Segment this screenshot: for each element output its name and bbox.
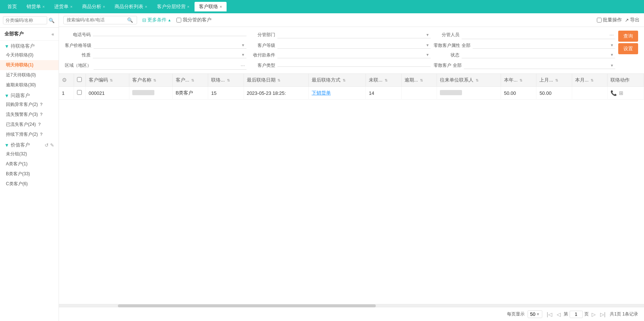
search-icon[interactable]: 🔍 bbox=[127, 17, 133, 23]
my-customers-checkbox[interactable]: 我分管的客户 bbox=[176, 17, 211, 23]
export-btn[interactable]: ↗ 导出 bbox=[625, 17, 640, 23]
sort-icon: ⇅ bbox=[519, 78, 522, 82]
sidebar-item-churn-warning[interactable]: 流失预警客户(3) ？ bbox=[0, 110, 59, 120]
col-unit-contact: 往来单位联系人 ⇅ bbox=[437, 74, 501, 87]
last-page-btn[interactable]: ▷| bbox=[599, 311, 607, 318]
sidebar-item-declining[interactable]: 持续下滑客户(2) ？ bbox=[0, 130, 59, 139]
price-level-select[interactable]: ▼ bbox=[94, 42, 246, 49]
prev-page-btn[interactable]: ◁ bbox=[555, 311, 562, 318]
refresh-icon[interactable]: ↺ bbox=[45, 142, 49, 148]
sidebar-item-class-a[interactable]: A类客户(1) bbox=[0, 159, 59, 169]
top-navigation: 首页 销货单 × 进货单 × 商品分析 × 商品分析列表 × 客户分层经营 × … bbox=[0, 0, 644, 13]
nav-purchase-order[interactable]: 进货单 × bbox=[50, 2, 77, 11]
nav-home[interactable]: 首页 bbox=[3, 2, 21, 11]
contact-method-link[interactable]: 下销货单 bbox=[312, 90, 331, 96]
filter-item-price-level: 客户价格等级 ▼ bbox=[65, 42, 246, 49]
set-button[interactable]: 设置 bbox=[618, 43, 638, 54]
filter-item-person: 分管人员 ··· bbox=[434, 31, 615, 39]
nav-close-icon[interactable]: × bbox=[103, 4, 105, 9]
nav-sales-order[interactable]: 销货单 × bbox=[22, 2, 49, 11]
main-layout: 🔍 全部客户 « ▼ 待联络客户 今天待联络(0) 明天待联络(1) 近7天待联… bbox=[0, 13, 644, 321]
sidebar-search-input[interactable] bbox=[3, 16, 47, 24]
col-last-contact-method: 最后联络方式 ⇅ bbox=[308, 74, 365, 87]
first-page-btn[interactable]: |◁ bbox=[545, 311, 554, 318]
sidebar-item-today[interactable]: 今天待联络(0) bbox=[0, 50, 59, 60]
content-area: 🔍 ⊟ 更多条件 ▲ 我分管的客户 批量操作 ↗ 导出 bbox=[59, 13, 644, 321]
sort-icon: ⇅ bbox=[153, 78, 156, 82]
phone-action-icon[interactable]: 📞 bbox=[610, 90, 617, 96]
total-records-label: 共1页 1条记录 bbox=[610, 311, 638, 317]
data-table-wrapper: ⚙ 客户编码 ⇅ 客户名称 ⇅ bbox=[59, 74, 644, 304]
page-number-input[interactable] bbox=[570, 311, 583, 318]
query-button[interactable]: 查询 bbox=[618, 31, 638, 42]
retail-attr-select[interactable]: ▼ bbox=[473, 42, 615, 49]
chevron-down-icon: ▼ bbox=[426, 33, 429, 37]
chevron-down-icon: ▼ bbox=[536, 312, 540, 316]
search-input[interactable] bbox=[67, 17, 126, 23]
col-contact-count: 联络... ⇅ bbox=[208, 74, 244, 87]
cell-last-contact-date: 2023-05-23 18:25: bbox=[244, 87, 308, 100]
my-customers-check[interactable] bbox=[176, 18, 181, 23]
nav-product-analysis-list[interactable]: 商品分析列表 × bbox=[110, 2, 151, 11]
dept-select[interactable]: ▼ bbox=[277, 32, 431, 38]
sort-icon: ⇅ bbox=[227, 78, 230, 82]
sidebar-item-tomorrow[interactable]: 明天待联络(1) bbox=[0, 60, 59, 70]
grid-action-icon[interactable]: ⊞ bbox=[619, 90, 623, 96]
sidebar-section-pending: ▼ 待联络客户 bbox=[0, 41, 59, 50]
cell-unit-contact bbox=[437, 87, 501, 100]
nature-select[interactable]: ▼ bbox=[93, 52, 246, 58]
filter-item-phone: 电话号码 bbox=[65, 32, 246, 38]
sort-icon: ⇅ bbox=[420, 78, 423, 82]
sidebar-item-churned[interactable]: 已流失客户(24) ？ bbox=[0, 120, 59, 130]
nav-close-icon[interactable]: × bbox=[42, 4, 45, 9]
table-footer: 每页显示 50 ▼ |◁ ◁ 第 页 ▷ ▷| 共1页 1条记录 bbox=[59, 307, 644, 321]
cell-action: 📞 ⊞ bbox=[608, 87, 644, 100]
dots-icon[interactable]: ··· bbox=[609, 32, 614, 38]
row-checkbox[interactable] bbox=[77, 90, 82, 95]
batch-checkbox[interactable] bbox=[597, 18, 602, 23]
per-page-select[interactable]: 50 ▼ bbox=[528, 310, 542, 318]
select-all-checkbox[interactable] bbox=[77, 77, 82, 82]
phone-input[interactable] bbox=[93, 34, 246, 36]
next-page-btn[interactable]: ▷ bbox=[590, 311, 597, 318]
horizontal-scrollbar[interactable] bbox=[59, 304, 644, 307]
edit-icon[interactable]: ✎ bbox=[50, 142, 54, 148]
sidebar-all-customers[interactable]: 全部客户 « bbox=[0, 28, 59, 41]
filter-item-retail-attr: 零散客户属性 全部 ▼ bbox=[434, 42, 615, 49]
filter-item-dept: 分管部门 ▼ bbox=[249, 32, 431, 38]
col-this-year: 本年... ⇅ bbox=[501, 74, 536, 87]
nav-close-icon[interactable]: × bbox=[145, 4, 147, 9]
nav-product-analysis[interactable]: 商品分析 × bbox=[78, 2, 109, 11]
status-select[interactable]: ▼ bbox=[462, 52, 615, 58]
sidebar-item-overdue[interactable]: 逾期未联络(30) bbox=[0, 80, 59, 90]
chevron-down-icon: ▼ bbox=[610, 53, 614, 57]
sidebar-search-icon[interactable]: 🔍 bbox=[49, 18, 55, 23]
filter-more-btn[interactable]: ⊟ 更多条件 ▲ bbox=[140, 15, 174, 24]
nav-customer-contact[interactable]: 客户联络 × bbox=[195, 2, 226, 11]
payment-select[interactable]: ▼ bbox=[277, 52, 431, 58]
nav-close-icon[interactable]: × bbox=[70, 4, 72, 9]
scrollbar-thumb[interactable] bbox=[118, 304, 376, 307]
sidebar-item-repurchase-abnormal[interactable]: 回购异常客户(2) ？ bbox=[0, 100, 59, 110]
sidebar-item-class-c[interactable]: C类客户(6) bbox=[0, 179, 59, 189]
nav-close-icon[interactable]: × bbox=[220, 4, 222, 9]
sidebar-item-ungrouped[interactable]: 未分组(32) bbox=[0, 149, 59, 159]
sidebar-search-row: 🔍 bbox=[0, 13, 59, 28]
retail-customer-select[interactable]: ▼ bbox=[464, 62, 615, 69]
nav-customer-segmentation[interactable]: 客户分层经营 × bbox=[153, 2, 194, 11]
gear-icon[interactable]: ⚙ bbox=[62, 77, 67, 83]
cell-this-month bbox=[572, 87, 607, 100]
chevron-down-icon: ▼ bbox=[610, 63, 614, 68]
region-input[interactable]: ··· bbox=[94, 61, 246, 70]
nav-close-icon[interactable]: × bbox=[187, 4, 189, 9]
person-input[interactable]: ··· bbox=[462, 31, 615, 39]
collapse-icon[interactable]: « bbox=[52, 31, 54, 37]
filter-item-retail-customer: 零散客户 全部 ▼ bbox=[434, 62, 615, 69]
sidebar-item-class-b[interactable]: B类客户(33) bbox=[0, 169, 59, 179]
customer-level-select[interactable]: ▼ bbox=[277, 42, 431, 49]
sidebar-item-7days[interactable]: 近7天待联络(0) bbox=[0, 70, 59, 80]
customer-type-select[interactable] bbox=[277, 64, 431, 67]
dots-icon[interactable]: ··· bbox=[241, 62, 245, 68]
sidebar-section-value: ▼ 价值客户 ↺ ✎ bbox=[0, 139, 59, 149]
batch-op-btn[interactable]: 批量操作 bbox=[597, 17, 622, 23]
